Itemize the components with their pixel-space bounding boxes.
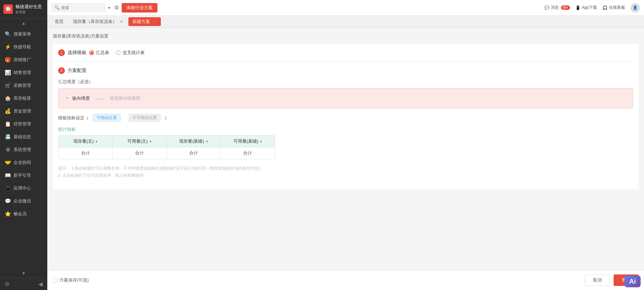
sidebar-item-label: 新手引导 (14, 172, 31, 178)
collapse-icon[interactable]: ◀ (39, 281, 43, 287)
app-edition: 标准版 (16, 10, 42, 14)
sidebar-scroll-up[interactable]: ▲ (0, 19, 47, 28)
sidebar-item-label: 资金管理 (14, 108, 31, 114)
stats-col-header-cell-1: 可用量(主)▾ (113, 136, 166, 147)
app-name: 畅捷通好生意 (16, 4, 42, 10)
draggable-badge: 可拖动位置 (93, 114, 121, 122)
stats-col-value-0: 合计 (58, 147, 112, 159)
topbar-gear-icon[interactable]: ⚙ (114, 4, 119, 11)
sidebar-item-quick-nav[interactable]: ⚡快捷导航 (0, 41, 47, 53)
ai-badge[interactable]: Ai (624, 275, 641, 287)
stats-col-title-1: 可用量(主) (127, 138, 148, 144)
cancel-button[interactable]: 取消 (585, 274, 610, 286)
operations-icon: 📋 (5, 121, 11, 127)
required-mark: * (67, 96, 68, 101)
dimension-box[interactable]: * 纵向维度 —— 请选择分组维度 (58, 88, 633, 108)
tabbar: 首页现存量（库存状况表）✕新建方案✕ (47, 16, 644, 28)
logo-text: 畅捷通好生意 标准版 (16, 4, 42, 14)
inventory-icon: 🏠 (5, 95, 11, 101)
sidebar-item-system[interactable]: ⚙系统管理 (0, 143, 47, 156)
stats-col-body-0: 合计 (58, 147, 113, 159)
tab-close-inventory[interactable]: ✕ (119, 19, 124, 24)
settings-icon[interactable]: ⚙ (5, 281, 9, 287)
headset-icon: 🎧 (602, 5, 608, 10)
sidebar-item-finance[interactable]: 💰资金管理 (0, 105, 47, 118)
tab-new-plan[interactable]: 新建方案✕ (128, 17, 161, 26)
stats-col-dropdown-2[interactable]: ▾ (206, 140, 208, 143)
stats-col-title-2: 现存量(基辅) (179, 138, 204, 144)
sidebar-item-marketing[interactable]: 🎁营销推广 (0, 53, 47, 66)
stats-table: 现存量(主)▾可用量(主)▾现存量(基辅)▾可用量(基辅)▾合计合计合计合计 (58, 135, 275, 159)
stats-col-dropdown-3[interactable]: ▾ (260, 140, 262, 143)
stats-col-title-0: 现存量(主) (73, 138, 94, 144)
tip1: 提示： 1.拖动标题栏可以调整布局，不可跨维度或指标区域拖动栏目字段(只能在同一… (58, 166, 633, 171)
indicator-label: 模板指标设定（ (58, 115, 89, 121)
sidebar-item-label: 销售管理 (14, 70, 31, 76)
save-label: 方案保存(可选) (59, 277, 89, 283)
stats-col-dropdown-1[interactable]: ▾ (150, 140, 151, 143)
stats-col-header-3[interactable]: 可用量(基辅)▾ (221, 136, 275, 147)
sidebar-item-sales[interactable]: 📊销售管理 (0, 66, 47, 79)
online-service-button[interactable]: 🎧 在线客服 (602, 5, 625, 10)
sidebar-item-basic[interactable]: 📇基础信息 (0, 130, 47, 143)
radio-label-cross: 交叉统计表 (123, 50, 145, 56)
stats-table-body: 合计合计合计合计 (58, 147, 275, 159)
indicator-suffix: ） (165, 115, 169, 121)
sidebar-item-label: 搜索菜单 (14, 31, 31, 37)
app-download-icon: 📱 (575, 5, 580, 10)
topbar: 🔍 ▾ ⚙ 体验行业方案 💬 消息 99+ 📱 App下载 🎧 在线客服 👤 (47, 0, 644, 16)
stats-col-title-3: 可用量(基辅) (233, 138, 258, 144)
industry-plan-button[interactable]: 体验行业方案 (122, 3, 157, 13)
sidebar-item-purchase[interactable]: 🛒采购管理 (0, 79, 47, 92)
search-icon: 🔍 (54, 5, 60, 10)
stats-col-header-2[interactable]: 现存量(基辅)▾ (167, 136, 221, 147)
radio-cross[interactable]: 交叉统计表 (116, 50, 145, 56)
content-area: 现存量(库存状况表)方案设置 1 选择模板 汇总表交叉统计表 2 方案配置 汇总… (47, 28, 644, 270)
template-radio-group: 汇总表交叉统计表 (89, 50, 145, 56)
marketing-icon: 🎁 (5, 57, 11, 63)
purchase-icon: 🛒 (5, 82, 11, 89)
search-input[interactable] (61, 5, 95, 10)
save-checkbox[interactable] (53, 278, 57, 283)
main-area: 🔍 ▾ ⚙ 体验行业方案 💬 消息 99+ 📱 App下载 🎧 在线客服 👤 首… (47, 0, 644, 290)
sidebar-item-inventory[interactable]: 🏠库存核算 (0, 92, 47, 105)
sidebar-item-label: 畅会员 (14, 211, 27, 217)
stats-col-value-3: 合计 (221, 147, 275, 159)
stats-col-value-1: 合计 (113, 147, 166, 159)
dim-label: 纵向维度 (72, 95, 90, 101)
stats-col-header-0[interactable]: 现存量(主)▾ (58, 136, 113, 147)
stats-col-value-2: 合计 (167, 147, 220, 159)
message-label: 消息 (551, 5, 559, 10)
system-icon: ⚙ (5, 147, 11, 153)
sidebar-item-search[interactable]: 🔍搜索菜单 (0, 28, 47, 41)
quick-nav-icon: ⚡ (5, 44, 11, 50)
topbar-search-box[interactable]: 🔍 (51, 3, 105, 12)
sidebar-item-label: 系统管理 (14, 147, 31, 153)
step2-header: 2 方案配置 (58, 67, 633, 74)
sidebar-scroll-down[interactable]: ▼ (0, 269, 47, 278)
sidebar-item-apps[interactable]: 📱应用中心 (0, 182, 47, 195)
topbar-dropdown[interactable]: ▾ (108, 5, 110, 10)
page-title: 现存量(库存状况表)方案设置 (53, 33, 639, 39)
message-button[interactable]: 💬 消息 99+ (544, 5, 570, 10)
tab-home[interactable]: 首页 (50, 17, 68, 27)
tab-inventory[interactable]: 现存量（库存状况表）✕ (68, 17, 128, 27)
stats-col-header-1[interactable]: 可用量(主)▾ (113, 136, 167, 147)
sidebar-item-enterprise[interactable]: 🤝企业协同 (0, 156, 47, 169)
sidebar-item-label: 营销推广 (14, 57, 31, 63)
sidebar-item-guide[interactable]: 📖新手引导 (0, 169, 47, 182)
sidebar-item-member[interactable]: ⭐畅会员 (0, 208, 47, 220)
dimension-section-label: 汇总维度（必选） (58, 79, 633, 85)
sidebar-item-label: 企业协同 (14, 160, 31, 166)
app-download-label: App下载 (582, 5, 597, 10)
tab-label-home: 首页 (55, 19, 64, 25)
user-avatar[interactable]: 👤 (630, 3, 640, 13)
step1-num: 1 (58, 49, 65, 56)
sidebar-item-operations[interactable]: 📋经营管理 (0, 118, 47, 130)
sidebar-item-wechat[interactable]: 💬企业微信 (0, 195, 47, 208)
sidebar-item-label: 基础信息 (14, 134, 31, 140)
stats-col-dropdown-0[interactable]: ▾ (96, 140, 97, 143)
app-download-button[interactable]: 📱 App下载 (575, 5, 597, 10)
tab-close-new-plan[interactable]: ✕ (152, 19, 157, 24)
radio-summary[interactable]: 汇总表 (89, 50, 109, 56)
